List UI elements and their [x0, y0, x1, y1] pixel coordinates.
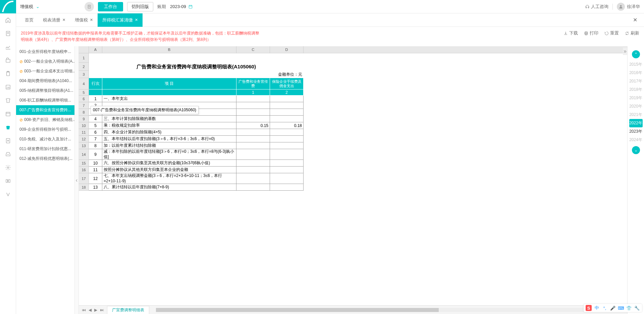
row-header[interactable]: 9	[79, 116, 89, 122]
cell[interactable]: 行次	[89, 78, 102, 89]
cell[interactable]: 0.15	[236, 122, 270, 129]
nav-v-icon[interactable]	[0, 188, 16, 201]
workbench-button[interactable]: 工作台	[98, 2, 123, 11]
close-all-tabs-button[interactable]: ✕	[630, 17, 640, 23]
form-list-item[interactable]: 005-纳税调整项目明细表(A1...	[16, 86, 74, 96]
cell[interactable]	[236, 184, 270, 191]
cell[interactable]	[270, 102, 304, 109]
cell[interactable]	[236, 136, 270, 142]
cell[interactable]: 4	[89, 116, 102, 122]
reset-button[interactable]: 重置	[604, 30, 619, 36]
tab[interactable]: 增值税✕	[70, 13, 98, 27]
cell[interactable]: 13	[89, 184, 102, 191]
year-button[interactable]: 2021年	[629, 111, 643, 119]
tab[interactable]: 税表清册✕	[38, 13, 70, 27]
nav-export-icon[interactable]	[0, 134, 16, 147]
cell[interactable]	[270, 184, 304, 191]
year-button[interactable]: 2015年	[629, 60, 643, 69]
consult-link[interactable]: 人工咨询	[585, 4, 608, 10]
year-up-button[interactable]: ⌃	[632, 50, 640, 58]
print-button[interactable]: 打印	[584, 30, 598, 36]
cell[interactable]	[89, 89, 102, 96]
tab-close-icon[interactable]: ✕	[90, 18, 93, 22]
nav-home-icon[interactable]	[0, 13, 16, 27]
cell[interactable]: 减：本年扣除的以前年度结转额[3＞6，本行=0；3≤6，本行=8与(6-3)孰小…	[102, 149, 236, 160]
sheet-nav-first[interactable]: ⏮	[81, 308, 87, 312]
nav-settings-icon[interactable]	[0, 161, 16, 174]
year-down-button[interactable]: ⌄	[632, 146, 640, 154]
year-button[interactable]: 2023年	[629, 127, 643, 136]
row-header[interactable]: 4	[79, 78, 89, 89]
cell[interactable]	[270, 167, 304, 173]
cell[interactable]	[236, 160, 270, 167]
year-button[interactable]: 2020年	[629, 102, 643, 111]
cell[interactable]	[236, 102, 270, 109]
cell[interactable]	[270, 142, 304, 149]
sheet-nav-prev[interactable]: ◀	[88, 308, 93, 312]
cell[interactable]: 六、按照分摊协议归集至其他关联方的金额(10≤3与6孰小值)	[102, 160, 236, 167]
col-header-d[interactable]: D	[270, 46, 304, 53]
cell[interactable]	[236, 167, 270, 173]
cell[interactable]: 七、本年支出纳税调整金额(3＞6，本行=2+3-6+10-11；3≤6，本行=2…	[102, 173, 236, 184]
cell[interactable]: 1	[89, 96, 102, 102]
sheet-nav-last[interactable]: ⏭	[99, 308, 105, 312]
cell[interactable]	[270, 160, 304, 167]
ime-skin-icon[interactable]: 👕	[626, 305, 632, 311]
year-button[interactable]: 2024年	[629, 136, 643, 144]
cell[interactable]	[236, 116, 270, 122]
col-header-b[interactable]: B	[102, 46, 236, 53]
tab-close-icon[interactable]: ✕	[62, 18, 65, 22]
nav-report-icon[interactable]	[0, 80, 16, 94]
cell[interactable]	[236, 129, 270, 136]
nav-tshirt-icon[interactable]	[0, 94, 16, 107]
row-header[interactable]: 18	[79, 184, 89, 191]
cell[interactable]: 2	[270, 89, 304, 96]
collapse-handle[interactable]: ‹	[75, 46, 79, 314]
cell[interactable]	[270, 149, 304, 160]
cell[interactable]: 五、本年结转以后年度扣除额(3＞6，本行=3-6；3≤6，本行=0)	[102, 136, 236, 142]
cell[interactable]	[270, 109, 304, 116]
row-header[interactable]: 10	[79, 122, 89, 129]
form-list-item[interactable]: ⊘008-资产折旧、摊销及纳税...	[16, 115, 74, 125]
expand-arrow-icon[interactable]: »	[623, 48, 627, 55]
cell[interactable]: 0.18	[270, 122, 304, 129]
form-list-item[interactable]: 010-免税、减计收入及加计...	[16, 134, 74, 144]
nav-clipboard-icon[interactable]	[0, 67, 16, 80]
cell[interactable]: 6	[89, 129, 102, 136]
ime-punct-icon[interactable]: °,	[602, 305, 608, 311]
cell[interactable]: 一、本年支出	[102, 96, 236, 102]
year-button[interactable]: 2017年	[629, 77, 643, 85]
row-header[interactable]: 16	[79, 167, 89, 173]
cell[interactable]: 加：以前年度累计结转扣除额	[102, 142, 236, 149]
form-list-item[interactable]: ⊘002-一般企业收入明细表(A...	[16, 57, 74, 66]
cell[interactable]	[270, 173, 304, 184]
cell[interactable]	[270, 96, 304, 102]
form-list-item[interactable]: 012-减免所得税优惠明细表(...	[16, 154, 74, 164]
cell[interactable]: 5	[89, 122, 102, 129]
nav-tax-icon[interactable]	[0, 121, 16, 134]
company-dropdown[interactable]: 增值税 ⌄	[20, 4, 80, 10]
cell[interactable]: 1	[236, 89, 270, 96]
nav-bag-icon[interactable]	[0, 54, 16, 67]
cell[interactable]: 10	[89, 160, 102, 167]
row-header[interactable]: 6	[79, 96, 89, 102]
cell[interactable]	[270, 116, 304, 122]
ime-mic-icon[interactable]: 🎤	[610, 305, 616, 311]
refresh-button[interactable]: 刷新	[625, 30, 639, 36]
form-list-item[interactable]: 006-职工薪酬纳税调整明细...	[16, 96, 74, 105]
row-header[interactable]: 1	[79, 53, 89, 63]
cell[interactable]	[236, 109, 270, 116]
cell[interactable]	[236, 173, 270, 184]
form-list-item[interactable]: 001-企业所得税年度纳税申...	[16, 47, 74, 57]
tab-close-icon[interactable]: ✕	[135, 18, 138, 22]
circle-doc-button[interactable]	[85, 2, 94, 11]
tab[interactable]: 所得税汇算清缴✕	[98, 13, 143, 27]
year-button[interactable]: 2019年	[629, 94, 643, 102]
nav-video-icon[interactable]	[0, 174, 16, 188]
col-header-c[interactable]: C	[236, 46, 270, 53]
nav-chart-icon[interactable]	[0, 40, 16, 54]
row-header[interactable]: 5	[79, 89, 89, 96]
year-button[interactable]: 2022年	[629, 119, 643, 127]
cell[interactable]	[236, 149, 270, 160]
user-menu[interactable]: 徐泽华	[617, 3, 640, 11]
